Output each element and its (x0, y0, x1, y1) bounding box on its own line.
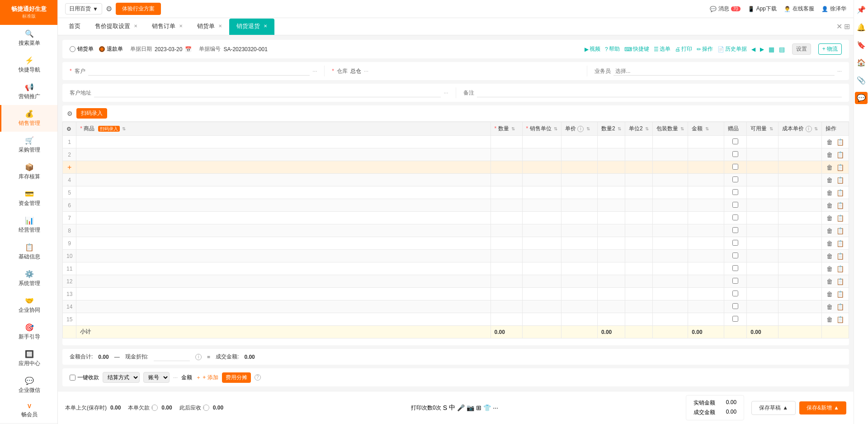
qty-input-8[interactable] (495, 228, 519, 234)
scan-label[interactable]: 扫码录入 (98, 126, 120, 132)
qty-input-15[interactable] (495, 316, 519, 323)
unit2-cell-15[interactable] (625, 313, 652, 326)
col-unit-sort-icon[interactable]: ⇅ (554, 126, 557, 131)
gift-cell-5[interactable] (724, 186, 747, 199)
radio-delivery[interactable]: 销货单 (70, 45, 94, 53)
qty-input-14[interactable] (495, 304, 519, 310)
goods-cell-8[interactable] (76, 224, 491, 237)
pkg-cell-3[interactable] (652, 161, 688, 174)
dots-icon[interactable]: ··· (493, 404, 498, 411)
settings-button[interactable]: 设置 (792, 43, 811, 55)
price-cell-1[interactable] (561, 136, 597, 148)
sidebar-item-apps[interactable]: 🔲 应用中心 (0, 345, 57, 372)
gift-checkbox-13[interactable] (732, 291, 738, 296)
cost-cell-10[interactable] (778, 250, 822, 262)
settings-gear-icon[interactable]: ⚙ (106, 5, 112, 13)
nav-next-icon[interactable]: ▶ (760, 46, 764, 52)
close-all-tabs-btn[interactable]: ✕ (836, 22, 842, 31)
price-cell-11[interactable] (561, 262, 597, 275)
goods-cell-14[interactable] (76, 300, 491, 313)
qty2-cell-1[interactable] (597, 136, 625, 148)
pkg-cell-1[interactable] (652, 136, 688, 148)
calendar-icon[interactable]: 📅 (185, 46, 192, 52)
avail-cell-9[interactable] (747, 237, 778, 250)
add-row-icon[interactable]: + (67, 163, 71, 171)
qty2-cell-6[interactable] (597, 199, 625, 212)
save-new-button[interactable]: 保存&新增 ▲ (799, 401, 846, 414)
unit2-cell-9[interactable] (625, 237, 652, 250)
avail-cell-14[interactable] (747, 300, 778, 313)
goods-cell-2[interactable] (76, 148, 491, 161)
qty-input-4[interactable] (495, 177, 519, 183)
goods-input-3[interactable] (80, 164, 486, 171)
expense-split-btn[interactable]: 费用分摊 (222, 372, 251, 383)
goods-input-15[interactable] (80, 316, 486, 323)
qty2-cell-15[interactable] (597, 313, 625, 326)
goods-cell-6[interactable] (76, 199, 491, 212)
price-cell-14[interactable] (561, 300, 597, 313)
gift-cell-1[interactable] (724, 136, 747, 148)
gift-cell-9[interactable] (724, 237, 747, 250)
qty-cell-11[interactable] (491, 262, 522, 275)
qty2-cell-8[interactable] (597, 224, 625, 237)
qty-cell-8[interactable] (491, 224, 522, 237)
qty2-cell-5[interactable] (597, 186, 625, 199)
price-cell-4[interactable] (561, 174, 597, 186)
unit-cell-14[interactable] (522, 300, 561, 313)
avail-cell-1[interactable] (747, 136, 778, 148)
gift-cell-6[interactable] (724, 199, 747, 212)
tab-price-close-icon[interactable]: ✕ (134, 24, 137, 29)
copy-row-btn-8[interactable]: 📋 (835, 227, 845, 234)
amount-cell-13[interactable] (688, 288, 724, 300)
delete-row-btn-1[interactable]: 🗑 (826, 138, 834, 146)
pkg-cell-11[interactable] (652, 262, 688, 275)
goods-cell-9[interactable] (76, 237, 491, 250)
copy-row-btn-11[interactable]: 📋 (835, 265, 845, 272)
unit-cell-11[interactable] (522, 262, 561, 275)
price-cell-6[interactable] (561, 199, 597, 212)
add-payment-btn[interactable]: ＋ + 添加 (196, 374, 218, 381)
amount-cell-10[interactable] (688, 250, 724, 262)
gift-checkbox-10[interactable] (732, 252, 738, 258)
unit-cell-15[interactable] (522, 313, 561, 326)
price-cell-3[interactable] (561, 161, 597, 174)
panel-pin-icon[interactable]: 📌 (855, 4, 868, 16)
qty-input-7[interactable] (495, 215, 519, 221)
warehouse-dots[interactable]: ··· (364, 68, 368, 74)
gift-checkbox-15[interactable] (732, 316, 738, 322)
qty2-cell-14[interactable] (597, 300, 625, 313)
price-cell-13[interactable] (561, 288, 597, 300)
price-cell-8[interactable] (561, 224, 597, 237)
goods-cell-7[interactable] (76, 212, 491, 224)
gift-cell-7[interactable] (724, 212, 747, 224)
qty-input-10[interactable] (495, 253, 519, 259)
delete-row-btn-12[interactable]: 🗑 (826, 278, 834, 285)
unit-cell-9[interactable] (522, 237, 561, 250)
messages-btn[interactable]: 💬 消息 70 (710, 5, 741, 13)
cost-cell-13[interactable] (778, 288, 822, 300)
qty-cell-9[interactable] (491, 237, 522, 250)
gift-checkbox-6[interactable] (732, 202, 738, 208)
pkg-cell-12[interactable] (652, 275, 688, 288)
copy-row-btn-6[interactable]: 📋 (835, 202, 845, 209)
qty2-cell-4[interactable] (597, 174, 625, 186)
gift-checkbox-5[interactable] (732, 189, 738, 195)
qty-input-12[interactable] (495, 278, 519, 285)
amount-cell-3[interactable] (688, 161, 724, 174)
action-operation[interactable]: ✏ 操作 (697, 45, 713, 53)
unit-cell-2[interactable] (522, 148, 561, 161)
save-draft-button[interactable]: 保存草稿 ▲ (751, 401, 796, 415)
action-shortcut[interactable]: ⌨ 快捷键 (624, 45, 649, 53)
col-amount-sort-icon[interactable]: ⇅ (705, 126, 709, 131)
gift-cell-12[interactable] (724, 275, 747, 288)
goods-input-12[interactable] (80, 278, 486, 285)
sidebar-item-purchase[interactable]: 🛒 采购管理 (0, 132, 57, 158)
cost-cell-9[interactable] (778, 237, 822, 250)
goods-cell-5[interactable] (76, 186, 491, 199)
panel-chat-icon[interactable]: 💬 (855, 92, 868, 104)
price-cell-15[interactable] (561, 313, 597, 326)
unit2-cell-7[interactable] (625, 212, 652, 224)
copy-row-btn-9[interactable]: 📋 (835, 240, 845, 247)
receive-info-icon[interactable]: i (203, 405, 209, 411)
amount-cell-1[interactable] (688, 136, 724, 148)
